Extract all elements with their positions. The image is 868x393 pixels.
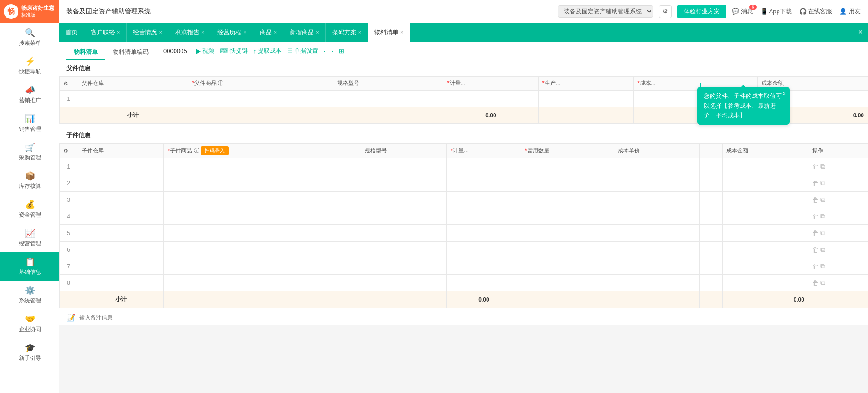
nav-tab-条码方案[interactable]: 条码方案 × [326, 23, 368, 42]
child-cell-warehouse-1[interactable] [78, 158, 164, 175]
child-cell-product-6[interactable] [164, 242, 361, 258]
sidebar-item-资金管理[interactable]: 💰 资金管理 [0, 195, 59, 224]
tab-close-icon[interactable]: × [159, 30, 162, 35]
child-cell-product-7[interactable] [164, 258, 361, 275]
child-cell-product-8[interactable] [164, 275, 361, 291]
child-cell-warehouse-3[interactable] [78, 192, 164, 208]
nav-tab-利润报告[interactable]: 利润报告 × [169, 23, 211, 42]
sub-tab-bom-code[interactable]: 物料清单编码 [105, 45, 156, 60]
child-cell-spec-7[interactable] [361, 258, 446, 275]
delete-icon-4[interactable]: 🗑 [812, 213, 819, 220]
system-select[interactable]: 装备及固定资产辅助管理系统 [558, 5, 653, 18]
user-menu[interactable]: 👤 用友 [839, 7, 861, 16]
tab-close-icon[interactable]: × [201, 30, 204, 35]
child-cell-product-1[interactable] [164, 158, 361, 175]
tab-close-icon[interactable]: × [358, 30, 361, 35]
child-cell-spec-3[interactable] [361, 192, 446, 208]
child-cell-unit-6[interactable] [447, 242, 521, 258]
extract-cost-action[interactable]: ↑ 提取成本 [253, 47, 282, 55]
nav-tab-客户联络[interactable]: 客户联络 × [84, 23, 127, 42]
child-cell-cost-price-7[interactable] [614, 258, 699, 275]
child-cell-needed-qty-1[interactable] [521, 158, 614, 175]
tab-close-icon[interactable]: × [400, 30, 403, 35]
sidebar-item-经营管理[interactable]: 📈 经营管理 [0, 224, 59, 252]
child-cell-warehouse-4[interactable] [78, 208, 164, 225]
parent-cell-warehouse-1[interactable] [78, 91, 188, 107]
view-action[interactable]: ▶ 视频 [196, 47, 214, 55]
child-cell-spec-4[interactable] [361, 208, 446, 225]
child-cell-product-4[interactable] [164, 208, 361, 225]
sidebar-item-快捷导航[interactable]: ⚡ 快捷导航 [0, 52, 59, 80]
child-cell-product-2[interactable] [164, 175, 361, 192]
gear-button[interactable]: ⚙ [659, 5, 672, 18]
child-cell-unit-4[interactable] [447, 208, 521, 225]
tab-close-icon[interactable]: × [274, 30, 277, 35]
child-cell-needed-qty-2[interactable] [521, 175, 614, 192]
copy-icon-7[interactable]: ⧉ [820, 262, 825, 270]
child-cell-needed-qty-4[interactable] [521, 208, 614, 225]
sidebar-item-新手引导[interactable]: 🎓 新手引导 [0, 338, 59, 367]
sub-tab-bom[interactable]: 物料清单 [66, 45, 105, 60]
copy-icon-5[interactable]: ⧉ [820, 229, 825, 237]
delete-icon-3[interactable]: 🗑 [812, 196, 819, 204]
child-cell-unit-3[interactable] [447, 192, 521, 208]
grid-icon[interactable]: ⊞ [339, 48, 344, 54]
copy-icon-2[interactable]: ⧉ [820, 179, 825, 187]
nav-tab-商品[interactable]: 商品 × [253, 23, 283, 42]
nav-next[interactable]: › [331, 48, 333, 54]
child-cell-product-3[interactable] [164, 192, 361, 208]
shortcut-action[interactable]: ⌨ 快捷键 [220, 47, 248, 55]
nav-tab-经营情况[interactable]: 经营情况 × [127, 23, 169, 42]
copy-icon-8[interactable]: ⧉ [820, 279, 825, 287]
delete-icon-8[interactable]: 🗑 [812, 279, 819, 287]
child-cell-spec-6[interactable] [361, 242, 446, 258]
delete-icon-7[interactable]: 🗑 [812, 263, 819, 270]
parent-cell-product-1[interactable] [188, 91, 333, 107]
child-cell-warehouse-5[interactable] [78, 225, 164, 242]
child-cell-warehouse-2[interactable] [78, 175, 164, 192]
delete-icon-5[interactable]: 🗑 [812, 230, 819, 237]
child-cell-needed-qty-6[interactable] [521, 242, 614, 258]
child-cell-product-5[interactable] [164, 225, 361, 242]
sidebar-item-系统管理[interactable]: ⚙️ 系统管理 [0, 281, 59, 309]
tooltip-close-button[interactable]: × [783, 90, 786, 98]
copy-icon-3[interactable]: ⧉ [820, 196, 825, 204]
child-cell-cost-price-8[interactable] [614, 275, 699, 291]
sidebar-item-基础信息[interactable]: 📋 基础信息 [0, 252, 59, 281]
delete-icon-1[interactable]: 🗑 [812, 163, 819, 170]
child-cell-needed-qty-5[interactable] [521, 225, 614, 242]
parent-cell-spec-1[interactable] [333, 91, 443, 107]
sidebar-item-搜索菜单[interactable]: 🔍 搜索菜单 [0, 23, 59, 52]
child-cell-cost-price-3[interactable] [614, 192, 699, 208]
child-cell-unit-2[interactable] [447, 175, 521, 192]
message-badge[interactable]: 💬 消息 6 [732, 7, 753, 16]
child-cell-cost-price-4[interactable] [614, 208, 699, 225]
nav-prev[interactable]: ‹ [324, 48, 326, 54]
child-col-settings[interactable]: ⚙ [60, 144, 78, 158]
child-cell-warehouse-6[interactable] [78, 242, 164, 258]
child-cell-warehouse-8[interactable] [78, 275, 164, 291]
parent-cell-qty-1[interactable] [443, 91, 538, 107]
child-cell-cost-price-1[interactable] [614, 158, 699, 175]
child-cell-cost-price-2[interactable] [614, 175, 699, 192]
child-cell-spec-8[interactable] [361, 275, 446, 291]
child-cell-needed-qty-8[interactable] [521, 275, 614, 291]
nav-tab-经营历程[interactable]: 经营历程 × [211, 23, 253, 42]
sidebar-item-库存核算[interactable]: 📦 库存核算 [0, 166, 59, 195]
tab-close-icon[interactable]: × [243, 30, 246, 35]
tab-close-icon[interactable]: × [117, 30, 120, 35]
child-cell-needed-qty-3[interactable] [521, 192, 614, 208]
child-cell-unit-7[interactable] [447, 258, 521, 275]
nav-close-button[interactable]: × [853, 23, 868, 42]
parent-col-settings[interactable]: ⚙ [60, 77, 78, 91]
online-service[interactable]: 🎧 在线客服 [799, 7, 832, 16]
child-cell-warehouse-7[interactable] [78, 258, 164, 275]
child-cell-unit-5[interactable] [447, 225, 521, 242]
copy-icon-4[interactable]: ⧉ [820, 212, 825, 220]
note-input[interactable] [79, 314, 861, 321]
sidebar-item-采购管理[interactable]: 🛒 采购管理 [0, 138, 59, 166]
sidebar-item-企业协同[interactable]: 🤝 企业协同 [0, 309, 59, 338]
parent-cell-produce-1[interactable] [538, 91, 633, 107]
child-cell-unit-8[interactable] [447, 275, 521, 291]
scan-input-button[interactable]: 扫码录入 [201, 146, 229, 155]
